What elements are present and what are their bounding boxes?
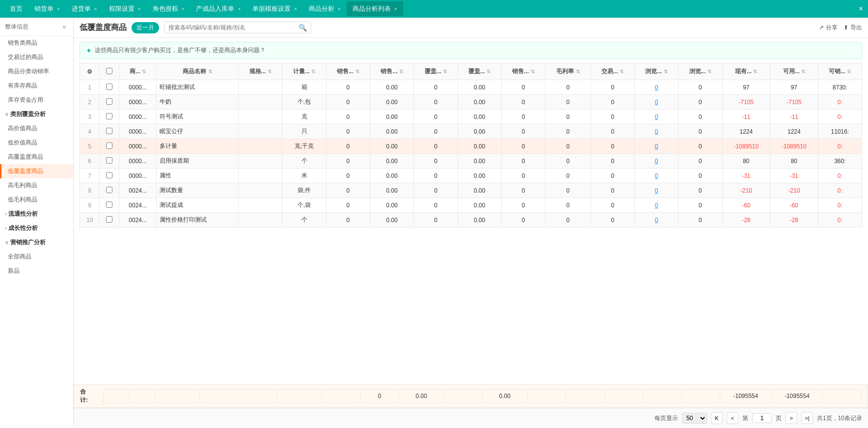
row-checkbox-cell[interactable] xyxy=(100,198,119,213)
search-input[interactable] xyxy=(168,24,298,31)
row-checkbox-cell[interactable] xyxy=(100,183,119,198)
row-views1[interactable]: 0 xyxy=(634,95,678,110)
row-checkbox-cell[interactable] xyxy=(100,124,119,139)
col-name[interactable]: 商品名称 ⇅ xyxy=(157,63,239,80)
sidebar-section-coverage[interactable]: ∨ 类别覆盖分析 xyxy=(0,107,73,121)
row-checkbox-cell[interactable] xyxy=(100,95,119,110)
row-views1[interactable]: 0 xyxy=(634,139,678,154)
next-page-button[interactable]: > xyxy=(786,412,797,424)
col-sellable-days[interactable]: 可销... ⇅ xyxy=(818,63,862,80)
col-sales-days[interactable]: 销售... ⇅ xyxy=(501,63,545,80)
row-checkbox[interactable] xyxy=(106,143,112,149)
nav-close-production[interactable]: × xyxy=(238,6,241,12)
sidebar-item-all-goods[interactable]: 全部商品 xyxy=(0,250,73,264)
nav-item-analysis[interactable]: 商品分析 × xyxy=(303,1,347,16)
select-all-checkbox[interactable] xyxy=(106,68,112,74)
nav-item-purchase[interactable]: 进货单 × xyxy=(66,1,103,16)
row-checkbox-cell[interactable] xyxy=(100,169,119,183)
sidebar-item-low-margin[interactable]: 低毛利商品 xyxy=(0,193,73,207)
col-views1[interactable]: 浏览... ⇅ xyxy=(634,63,678,80)
row-views1[interactable]: 0 xyxy=(634,154,678,169)
nav-close-purchase[interactable]: × xyxy=(94,6,97,12)
nav-close-roles[interactable]: × xyxy=(182,6,185,12)
row-unit: 箱 xyxy=(282,80,326,95)
nav-item-permissions[interactable]: 权限设置 × xyxy=(103,1,147,16)
export-button[interactable]: ⬆ 导出 xyxy=(843,24,862,32)
col-checkbox[interactable] xyxy=(100,63,119,80)
col-views2[interactable]: 浏览... ⇅ xyxy=(678,63,722,80)
sidebar-item-high-value[interactable]: 高价值商品 xyxy=(0,121,73,136)
col-transactions[interactable]: 交易... ⇅ xyxy=(591,63,634,80)
col-code[interactable]: 商... ⇅ xyxy=(119,63,157,80)
nav-item-template[interactable]: 单据模板设置 × xyxy=(246,1,303,16)
sidebar-item-high-coverage[interactable]: 高覆盖度商品 xyxy=(0,150,73,164)
share-button[interactable]: ↗ 分享 xyxy=(819,24,838,32)
row-views1[interactable]: 0 xyxy=(634,213,678,228)
row-checkbox-cell[interactable] xyxy=(100,80,119,95)
sidebar-item-high-margin[interactable]: 高毛利商品 xyxy=(0,178,73,193)
col-spec[interactable]: 规格... ⇅ xyxy=(239,63,282,80)
time-filter-button[interactable]: 近一月 xyxy=(132,22,159,33)
sidebar-section-growth[interactable]: › 成长性分析 xyxy=(0,221,73,235)
sidebar-collapse-button[interactable]: « xyxy=(60,22,68,31)
nav-item-home[interactable]: 首页 xyxy=(4,1,28,16)
row-checkbox-cell[interactable] xyxy=(100,110,119,124)
row-checkbox[interactable] xyxy=(106,98,112,105)
sidebar-section-liquidity[interactable]: › 流通性分析 xyxy=(0,207,73,221)
nav-close-analysis[interactable]: × xyxy=(338,6,341,12)
row-views1[interactable]: 0 xyxy=(634,169,678,183)
row-views1[interactable]: 0 xyxy=(634,124,678,139)
row-checkbox[interactable] xyxy=(106,128,112,134)
col-available-stock[interactable]: 可用... ⇅ xyxy=(770,63,818,80)
sidebar-item-category-rate[interactable]: 商品分类动销率 xyxy=(0,64,73,79)
row-checkbox[interactable] xyxy=(106,113,112,119)
sidebar-section-marketing[interactable]: ∨ 营销推广分析 xyxy=(0,235,73,250)
row-checkbox[interactable] xyxy=(106,201,112,208)
col-sales-qty[interactable]: 销售... ⇅ xyxy=(326,63,370,80)
table-container[interactable]: ⚙ 商... ⇅ 商品名称 ⇅ 规格... ⇅ 计量... ⇅ 销售... ⇅ … xyxy=(74,63,868,384)
col-coverage2[interactable]: 覆盖... ⇅ xyxy=(458,63,501,80)
close-all-button[interactable]: × xyxy=(859,4,863,13)
nav-item-roles[interactable]: 角色授权 × xyxy=(147,1,190,16)
nav-close-template[interactable]: × xyxy=(294,6,297,12)
row-checkbox[interactable] xyxy=(106,172,112,178)
nav-item-production[interactable]: 产成品入库单 × xyxy=(190,1,246,16)
row-checkbox-cell[interactable] xyxy=(100,139,119,154)
first-page-button[interactable]: K xyxy=(711,412,723,424)
sidebar-item-traded-goods[interactable]: 交易过的商品 xyxy=(0,50,73,64)
col-unit[interactable]: 计量... ⇅ xyxy=(282,63,326,80)
sidebar-item-low-value[interactable]: 低价值商品 xyxy=(0,136,73,150)
nav-item-sales[interactable]: 销货单 × xyxy=(28,1,66,16)
row-views1[interactable]: 0 xyxy=(634,80,678,95)
nav-close-permissions[interactable]: × xyxy=(138,6,141,12)
row-checkbox[interactable] xyxy=(106,84,112,90)
page-size-select[interactable]: 50 100 200 xyxy=(682,413,707,424)
nav-close-sales[interactable]: × xyxy=(57,6,60,12)
row-checkbox[interactable] xyxy=(106,157,112,164)
row-views1[interactable]: 0 xyxy=(634,183,678,198)
col-gear[interactable]: ⚙ xyxy=(80,63,100,80)
row-checkbox[interactable] xyxy=(106,216,112,223)
prev-page-button[interactable]: < xyxy=(727,412,738,424)
row-checkbox-cell[interactable] xyxy=(100,213,119,228)
nav-item-analysis-list[interactable]: 商品分析列表 × xyxy=(347,1,403,16)
last-page-button[interactable]: >| xyxy=(801,412,813,424)
nav-close-analysis-list[interactable]: × xyxy=(394,6,397,12)
sidebar-item-in-stock[interactable]: 有库存商品 xyxy=(0,79,73,93)
info-banner: ✦ 这些商品只有很少客户购买过，是推广不够，还是商品本身问题？ xyxy=(80,42,862,59)
col-margin[interactable]: 毛利率 ⇅ xyxy=(545,63,591,80)
sidebar-item-stock-funds[interactable]: 库存资金占用 xyxy=(0,93,73,107)
sidebar-item-new-goods[interactable]: 新品 xyxy=(0,264,73,278)
row-coverage1: 0 xyxy=(414,154,458,169)
sidebar-item-sales-goods[interactable]: 销售类商品 xyxy=(0,36,73,50)
col-sales-amount[interactable]: 销售... ⇅ xyxy=(370,63,414,80)
current-page-input[interactable] xyxy=(752,413,772,423)
row-checkbox-cell[interactable] xyxy=(100,154,119,169)
col-current-stock[interactable]: 现有... ⇅ xyxy=(722,63,770,80)
sidebar-item-low-coverage[interactable]: 低覆盖度商品 xyxy=(0,164,73,178)
col-coverage1[interactable]: 覆盖... ⇅ xyxy=(414,63,458,80)
row-checkbox[interactable] xyxy=(106,187,112,193)
row-views1[interactable]: 0 xyxy=(634,198,678,213)
marketing-section-label: 营销推广分析 xyxy=(10,238,46,247)
row-views1[interactable]: 0 xyxy=(634,110,678,124)
